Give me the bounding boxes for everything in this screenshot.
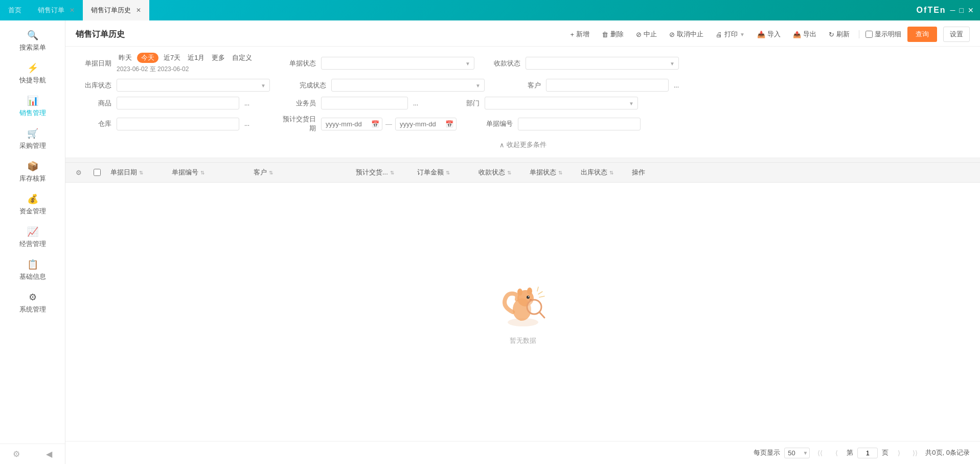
sidebar-item-system-mgmt[interactable]: ⚙ 系统管理	[0, 286, 65, 319]
th-pay-status[interactable]: 收款状态 ⇅	[474, 168, 526, 177]
pagination-prev-btn[interactable]: ⟨	[830, 447, 842, 459]
page-suffix: 页	[882, 448, 888, 457]
salesperson-more-link[interactable]: ...	[410, 100, 421, 107]
sidebar-item-purchase-mgmt[interactable]: 🛒 采购管理	[0, 123, 65, 156]
refresh-button[interactable]: ↻ 刷新	[826, 28, 853, 41]
product-input[interactable]	[117, 97, 239, 109]
import-icon: 📥	[757, 31, 765, 38]
delete-icon: 🗑	[602, 31, 608, 38]
date-more-btn[interactable]: 更多	[210, 53, 227, 63]
page-size-label: 每页显示	[754, 448, 780, 457]
order-number-input[interactable]	[518, 118, 641, 130]
th-delivery-date[interactable]: 预计交货... ⇅	[352, 168, 413, 177]
delivery-date-end-calendar-icon[interactable]: 📅	[445, 120, 453, 128]
date-last-month-btn[interactable]: 近1月	[186, 53, 207, 63]
print-dropdown-icon[interactable]: ▼	[740, 32, 745, 37]
window-close-btn[interactable]: ✕	[968, 6, 974, 14]
complete-status-select[interactable]	[331, 79, 485, 92]
tab-home[interactable]: 首页	[0, 0, 30, 20]
th-number[interactable]: 单据编号 ⇅	[168, 168, 249, 177]
pagination-last-btn[interactable]: ⟩⟩	[909, 447, 921, 459]
sidebar-collapse-icon[interactable]: ◀	[46, 449, 52, 459]
th-actions-label: 操作	[632, 168, 645, 177]
finance-icon: 💰	[27, 193, 38, 205]
empty-state-illustration	[497, 279, 549, 330]
import-button[interactable]: 📥 导入	[754, 28, 784, 41]
th-delivery-status[interactable]: 出库状态 ⇅	[577, 168, 628, 177]
tab-sales-order-history-close[interactable]: ✕	[136, 7, 141, 14]
th-customer[interactable]: 客户 ⇅	[249, 168, 352, 177]
export-icon: 📤	[793, 31, 801, 38]
delete-button[interactable]: 🗑 删除	[599, 28, 627, 41]
stop-button[interactable]: ⊘ 中止	[633, 28, 660, 41]
date-today-btn[interactable]: 今天	[137, 53, 158, 63]
warehouse-more-link[interactable]: ...	[241, 120, 253, 127]
th-customer-sort-icon: ⇅	[269, 170, 273, 175]
tab-sales-order-history[interactable]: 销售订单历史 ✕	[83, 0, 149, 20]
sidebar-item-inventory[interactable]: 📦 库存核算	[0, 156, 65, 188]
content-area: 销售订单历史 + 新增 🗑 删除 ⊘ 中止 ⊘ 取消中止	[65, 20, 980, 464]
add-button[interactable]: + 新增	[567, 28, 593, 41]
export-button[interactable]: 📤 导出	[790, 28, 819, 41]
settings-button[interactable]: 设置	[943, 27, 970, 42]
tab-sales-order-history-label: 销售订单历史	[91, 6, 131, 15]
window-minimize-btn[interactable]: ─	[950, 6, 955, 14]
table-footer: 每页显示 10 20 50 100 ▼ ⟨⟨ ⟨ 第 页 ⟩ ⟩⟩ 共0页	[65, 441, 980, 464]
product-more-link[interactable]: ...	[241, 100, 253, 107]
sidebar-item-search-menu[interactable]: 🔍 搜索菜单	[0, 25, 65, 57]
sidebar-item-operations[interactable]: 📈 经营管理	[0, 221, 65, 254]
page-label: 第	[847, 448, 853, 457]
th-order-status[interactable]: 单据状态 ⇅	[526, 168, 577, 177]
delete-label: 删除	[610, 30, 624, 39]
customer-input[interactable]	[546, 79, 669, 92]
pagination-first-btn[interactable]: ⟨⟨	[814, 447, 826, 459]
filter-row-4: 仓库 ... 预计交货日期 📅 — 📅 单	[76, 115, 970, 133]
warehouse-input[interactable]	[117, 118, 239, 130]
window-maximize-btn[interactable]: □	[960, 6, 964, 14]
department-select[interactable]	[485, 97, 638, 109]
stop-label: 中止	[644, 30, 657, 39]
customer-label: 客户	[505, 81, 546, 90]
show-details-checkbox-wrapper[interactable]: 显示明细	[865, 30, 901, 39]
delivery-status-select[interactable]	[117, 79, 270, 92]
cancel-stop-button[interactable]: ⊘ 取消中止	[666, 28, 706, 41]
page-size-select[interactable]: 10 20 50 100	[784, 448, 810, 458]
sidebar-item-operations-label: 经营管理	[19, 239, 46, 249]
sidebar-item-quick-nav[interactable]: ⚡ 快捷导航	[0, 57, 65, 90]
svg-line-12	[537, 287, 538, 291]
tab-sales-order[interactable]: 销售订单 ✕	[30, 0, 83, 20]
stop-icon: ⊘	[636, 31, 642, 38]
export-label: 导出	[803, 30, 816, 39]
sidebar-item-finance[interactable]: 💰 资金管理	[0, 188, 65, 221]
print-button[interactable]: 🖨 打印 ▼	[713, 28, 748, 41]
import-label: 导入	[767, 30, 781, 39]
date-last7-btn[interactable]: 近7天	[162, 53, 183, 63]
table-select-all-checkbox[interactable]	[94, 169, 101, 176]
salesperson-input[interactable]	[321, 97, 408, 109]
delivery-date-start-calendar-icon[interactable]: 📅	[371, 120, 379, 128]
sidebar-settings-icon[interactable]: ⚙	[13, 449, 20, 459]
tab-sales-order-close[interactable]: ✕	[70, 7, 75, 14]
customer-more-link[interactable]: ...	[671, 82, 682, 89]
sidebar-item-base-info[interactable]: 📋 基础信息	[0, 254, 65, 286]
query-button[interactable]: 查询	[907, 27, 937, 42]
tab-bar: 首页 销售订单 ✕ 销售订单历史 ✕	[0, 0, 910, 20]
refresh-icon: ↻	[829, 31, 834, 38]
filter-area: 单据日期 昨天 今天 近7天 近1月 更多 自定义 2023-06-02 至 2…	[65, 47, 980, 158]
th-date[interactable]: 单据日期 ⇅	[106, 168, 168, 177]
sidebar-item-sales-mgmt[interactable]: 📊 销售管理	[0, 90, 65, 123]
collapse-btn[interactable]: ∧ 收起更多条件	[499, 138, 546, 151]
empty-state: 暂无数据	[497, 279, 549, 345]
pay-status-select[interactable]	[526, 57, 679, 70]
sidebar-item-base-info-label: 基础信息	[19, 272, 46, 281]
date-custom-btn[interactable]: 自定义	[230, 53, 254, 63]
order-status-select[interactable]	[321, 57, 474, 70]
pagination-next-btn[interactable]: ⟩	[893, 447, 905, 459]
page-number-input[interactable]	[857, 448, 878, 458]
th-amount[interactable]: 订单金额 ⇅	[413, 168, 474, 177]
table-settings-btn[interactable]: ⚙	[70, 169, 88, 176]
system-mgmt-icon: ⚙	[27, 292, 38, 303]
show-details-checkbox[interactable]	[865, 31, 873, 38]
date-yesterday-btn[interactable]: 昨天	[117, 53, 134, 63]
table-select-all-wrapper[interactable]	[88, 169, 106, 176]
